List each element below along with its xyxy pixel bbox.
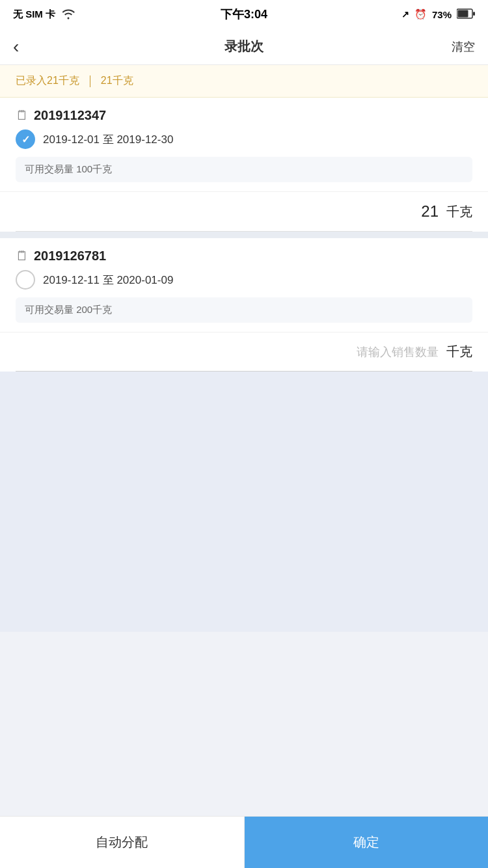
batch-1-header: 🗒 2019112347	[16, 108, 472, 123]
location-icon: ↗	[401, 9, 409, 20]
doc-icon-2: 🗒	[16, 249, 29, 264]
total-info: 21千克	[101, 74, 133, 88]
wifi-icon	[61, 8, 76, 21]
batch-card-1: 🗒 2019112347 2019-12-01 至 2019-12-30 可用交…	[0, 98, 488, 232]
status-time: 下午3:04	[221, 7, 267, 22]
section-separator-1	[0, 232, 488, 238]
batch-2-unit: 千克	[446, 343, 472, 360]
svg-rect-1	[458, 10, 468, 17]
batch-1-amount-row: 21 千克	[0, 191, 488, 231]
status-left: 无 SIM 卡	[13, 8, 76, 21]
battery-icon	[457, 8, 475, 21]
batch-1-date-row[interactable]: 2019-12-01 至 2019-12-30	[16, 129, 472, 149]
clear-button[interactable]: 清空	[452, 39, 475, 55]
batch-1-available: 可用交易量 100千克	[16, 157, 472, 182]
batch-1-amount: 21	[421, 202, 439, 221]
svg-rect-2	[473, 12, 475, 16]
alarm-icon: ⏰	[414, 8, 427, 20]
radio-1[interactable]	[16, 129, 35, 149]
carrier-text: 无 SIM 卡	[13, 8, 55, 21]
batch-2-date: 2019-12-11 至 2020-01-09	[43, 273, 173, 288]
batch-1-unit: 千克	[446, 203, 472, 221]
batch-2-date-row[interactable]: 2019-12-11 至 2020-01-09	[16, 270, 472, 290]
auto-distribute-button[interactable]: 自动分配	[0, 817, 245, 868]
batch-1-id: 2019112347	[34, 108, 106, 123]
bottom-bar: 自动分配 确定	[0, 816, 488, 868]
battery-text: 73%	[432, 9, 452, 20]
nav-bar: ‹ 录批次 清空	[0, 29, 488, 65]
batch-2-id: 2019126781	[34, 249, 106, 264]
info-divider	[90, 75, 90, 87]
info-bar: 已录入21千克 21千克	[0, 65, 488, 98]
batch-card-2: 🗒 2019126781 2019-12-11 至 2020-01-09 可用交…	[0, 238, 488, 372]
status-right: ↗ ⏰ 73%	[401, 8, 475, 21]
radio-2[interactable]	[16, 270, 35, 290]
back-button[interactable]: ‹	[13, 36, 19, 57]
batch-2-input-row: 千克	[0, 332, 488, 371]
status-bar: 无 SIM 卡 下午3:04 ↗ ⏰ 73%	[0, 0, 488, 29]
page-title: 录批次	[224, 38, 264, 55]
qty-input-2[interactable]	[274, 344, 439, 359]
batch-2-available: 可用交易量 200千克	[16, 297, 472, 323]
batch-2-header: 🗒 2019126781	[16, 249, 472, 264]
doc-icon-1: 🗒	[16, 108, 29, 123]
confirm-button[interactable]: 确定	[245, 817, 489, 868]
batch-1-date: 2019-12-01 至 2019-12-30	[43, 132, 173, 147]
background-area	[0, 372, 488, 632]
recorded-info: 已录入21千克	[16, 74, 79, 88]
